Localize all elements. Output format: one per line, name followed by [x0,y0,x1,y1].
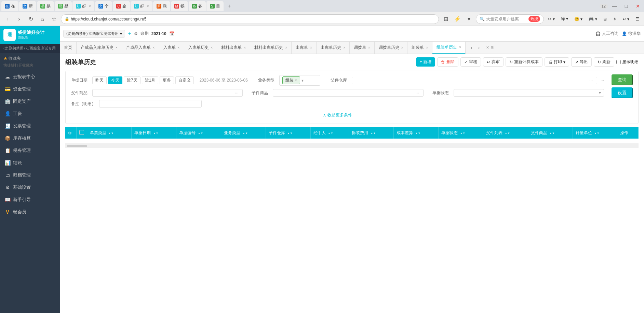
date-btn-today[interactable]: 今天 [108,76,122,84]
tab-close-stock-in-history[interactable]: × [211,46,213,49]
th-biz-type[interactable]: 业务类型 ▲▼ [221,127,266,139]
content-tab-home[interactable]: 首页 [60,42,77,54]
tab-close-finished-in[interactable]: × [153,46,155,49]
maximize-button[interactable]: □ [621,1,631,11]
content-tab-material-out-history[interactable]: 材料出库单历史 × [250,42,292,54]
sort-cost-diff[interactable]: ▲▼ [415,132,421,135]
refresh-button[interactable]: ↻ 刷新 [594,57,614,67]
sort-unit[interactable]: ▲▼ [594,132,600,135]
customer-service-button[interactable]: 🎧 人工咨询 [595,31,618,37]
show-detail-checkbox[interactable] [616,60,621,64]
add-company-button[interactable]: + [128,31,131,37]
search-button[interactable]: 查询 [612,74,633,85]
tab-close-5[interactable]: × [89,4,91,8]
column-settings-icon[interactable]: ⚙ [68,131,72,136]
browser-tab-6[interactable]: 文 个 [95,1,112,11]
nav-item-assets[interactable]: 🏢 固定资产 [0,95,60,108]
content-tab-transfer[interactable]: 调拨单 × [350,42,375,54]
sun-action[interactable]: ☀ [611,15,619,24]
print-button[interactable]: 🖨 打印 ▾ [545,57,569,67]
star-button[interactable]: ☆ [49,14,59,24]
tab-close-stock-out-history[interactable]: × [343,46,345,49]
dropdown-button[interactable]: ▾ [464,14,474,24]
parent-goods-dots[interactable]: ··· [233,90,240,95]
sort-child-warehouse[interactable]: ▲▼ [287,132,293,135]
calendar-icon[interactable]: 📅 [169,31,174,36]
content-tab-assembly[interactable]: 组装单 × [407,42,432,54]
nav-item-archive[interactable]: 🗂 归档管理 [0,169,60,181]
browser-tab-3[interactable]: 易 易 [37,1,54,11]
browser-tab-11[interactable]: 各 各 [189,1,206,11]
delete-button[interactable]: 🗑 删除 [437,57,458,67]
emoji-action[interactable]: 😊 ▾ [572,15,585,24]
tab-close-stock-in[interactable]: × [178,46,180,49]
tab-more[interactable]: ⊞ [491,45,494,50]
scissors-action[interactable]: ✂ ▾ [546,15,556,24]
th-parent-list[interactable]: 父件列表 ▲▼ [483,127,528,139]
audit-button[interactable]: ✓ 审核 [460,57,481,67]
search-input[interactable] [486,17,527,22]
th-child-warehouse[interactable]: 子件仓库 ▲▼ [266,127,310,139]
grid-action[interactable]: ⊞ [601,15,609,24]
sort-bill-type[interactable]: ▲▼ [108,132,114,135]
tab-close-stock-out[interactable]: × [310,46,312,49]
nav-item-payroll[interactable]: 👤 工资 [0,108,60,120]
nav-item-funds[interactable]: 💳 资金管理 [0,83,60,95]
child-goods-field[interactable] [276,90,414,95]
sort-parent-list[interactable]: ▲▼ [505,132,510,135]
undo-action[interactable]: ↩ ▾ [621,15,631,24]
browser-tab-7[interactable]: C 企 [113,1,130,11]
forward-button[interactable]: › [14,14,24,24]
date-btn-more[interactable]: 更多 [160,76,174,84]
th-disassemble-fee[interactable]: 拆装费用 ▲▼ [349,127,394,139]
show-detail-checkbox-label[interactable]: 显示明细 [616,59,639,65]
tab-close-transfer[interactable]: × [368,46,370,49]
export-button[interactable]: ↗ 导出 [571,57,592,67]
sort-handler[interactable]: ▲▼ [328,132,333,135]
content-tab-stock-in[interactable]: 入库单 × [159,42,184,54]
slip-status-selector[interactable]: ▾ [454,89,604,97]
user-profile-button[interactable]: 👤 徐泽华 [622,31,641,37]
browser-tab-8[interactable]: 好 好 × [131,1,152,11]
game-action[interactable]: 🎮 ▾ [587,15,599,24]
settings-gear-icon[interactable]: ⚙ [134,31,138,36]
address-bar[interactable]: 🔒 https://cloud.chanjet.com/accounting/u… [61,14,439,24]
sort-disassemble-fee[interactable]: ▲▼ [371,132,376,135]
slip-status-field[interactable] [457,90,599,95]
sort-biz-type[interactable]: ▲▼ [242,132,248,135]
note-input[interactable] [99,100,202,108]
th-bill-date[interactable]: 单据日期 ▲▼ [132,127,176,139]
date-btn-7days[interactable]: 近7天 [124,76,140,84]
scrollbar-thumb[interactable] [67,145,87,147]
company-selector[interactable]: (勿删勿禁用) 江西服宝测试专用 ▾ [63,30,125,38]
tab-close-assembly-history[interactable]: × [459,45,461,49]
filter-settings-button[interactable]: 设置 [612,87,633,98]
parent-goods-field[interactable] [95,90,233,95]
th-checkbox[interactable] [76,127,87,139]
recalculate-button[interactable]: ↻ 重新计算成本 [506,57,542,67]
content-tab-assembly-history[interactable]: 组装单历史 × [432,42,466,54]
close-button[interactable]: ✕ [633,1,643,11]
th-bill-no[interactable]: 单据编号 ▲▼ [176,127,221,139]
nav-item-inventory[interactable]: 📦 库存核算 [0,132,60,144]
browser-tab-12[interactable]: S 目 [206,1,224,11]
content-tab-finished-in-history[interactable]: 产成品入库单历史 × [77,42,122,54]
parent-goods-input-wrapper[interactable]: ··· [92,89,243,97]
th-cost-diff[interactable]: 成本差异 ▲▼ [394,127,439,139]
tab-close-material-out[interactable]: × [244,46,246,49]
business-type-tag-close[interactable]: × [295,79,297,82]
lightning-button[interactable]: ⚡ [453,14,462,24]
select-all-checkbox[interactable] [79,130,84,135]
nav-item-guide[interactable]: 📖 新手引导 [0,194,60,206]
new-tab-button[interactable]: + [224,1,234,11]
browser-tab-1[interactable]: 在 在 [1,1,18,11]
browser-tab-9[interactable]: 腾 腾 [153,1,170,11]
browser-tab-10[interactable]: M 畅 [171,1,188,11]
tab-close-material-out-history[interactable]: × [285,46,287,49]
parent-warehouse-dots[interactable]: ··· [588,78,594,83]
sort-bill-no[interactable]: ▲▼ [198,132,203,135]
nav-item-vip[interactable]: V 畅会员 [0,206,60,218]
sort-parent-goods[interactable]: ▲▼ [549,132,555,135]
content-tab-transfer-history[interactable]: 调拨单历史 × [375,42,408,54]
business-type-dropdown-arrow[interactable]: ▾ [301,78,304,83]
